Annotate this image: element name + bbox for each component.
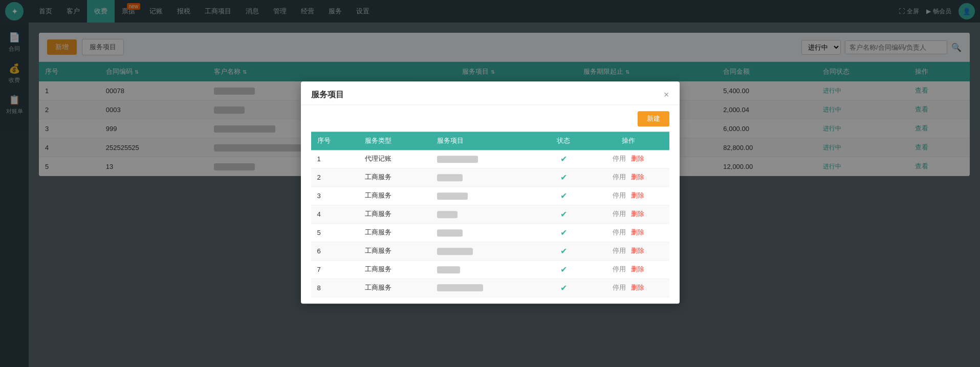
service-item-modal: 服务项目 × 新建 序号 服务类型 服务项目 状态 操作 1 代理记账 (301, 81, 680, 304)
modal-title: 服务项目 (311, 90, 344, 100)
modal-cell-type: 工商服务 (359, 168, 431, 186)
modal-col-status: 状态 (540, 132, 587, 150)
modal-body: 新建 序号 服务类型 服务项目 状态 操作 1 代理记账 ████████1 ✔ (301, 105, 680, 304)
modal-table: 序号 服务类型 服务项目 状态 操作 1 代理记账 ████████1 ✔ 停用… (311, 132, 669, 297)
stop-button[interactable]: 停用 (613, 191, 626, 199)
status-check-icon: ✔ (560, 191, 567, 200)
status-check-icon: ✔ (560, 210, 567, 219)
modal-cell-status: ✔ (540, 260, 587, 278)
modal-cell-type: 代理记账 (359, 150, 431, 168)
modal-cell-action: 停用 删除 (587, 205, 669, 223)
modal-cell-type: 工商服务 (359, 242, 431, 260)
modal-col-seq: 序号 (311, 132, 359, 150)
modal-cell-status: ✔ (540, 223, 587, 242)
delete-button[interactable]: 删除 (631, 247, 644, 254)
modal-table-wrap[interactable]: 序号 服务类型 服务项目 状态 操作 1 代理记账 ████████1 ✔ 停用… (311, 132, 669, 297)
delete-button[interactable]: 删除 (631, 210, 644, 218)
modal-cell-action: 停用 删除 (587, 168, 669, 186)
delete-button[interactable]: 删除 (631, 228, 644, 236)
modal-cell-status: ✔ (540, 242, 587, 260)
modal-cell-seq: 7 (311, 260, 359, 278)
list-item: 5 工商服务 ██ ✔ 停用 删除 (311, 223, 669, 242)
stop-button[interactable]: 停用 (613, 210, 626, 218)
modal-cell-seq: 1 (311, 150, 359, 168)
modal-cell-status: ✔ (540, 150, 587, 168)
modal-cell-status: ✔ (540, 186, 587, 205)
modal-cell-item: ██ (431, 223, 539, 242)
modal-col-item: 服务项目 (431, 132, 539, 150)
stop-button[interactable]: 停用 (613, 284, 626, 291)
modal-cell-seq: 2 (311, 168, 359, 186)
modal-cell-status: ✔ (540, 205, 587, 223)
modal-cell-item: ████ (431, 242, 539, 260)
delete-button[interactable]: 删除 (631, 155, 644, 162)
modal-cell-seq: 8 (311, 278, 359, 297)
modal-cell-item: ███ (431, 186, 539, 205)
modal-cell-type: 工商服务 (359, 205, 431, 223)
modal-cell-item: ████注册 (431, 278, 539, 297)
modal-cell-action: 停用 删除 (587, 223, 669, 242)
modal-header: 服务项目 × (301, 81, 680, 105)
modal-cell-item: ██ (431, 205, 539, 223)
modal-cell-action: 停用 删除 (587, 260, 669, 278)
stop-button[interactable]: 停用 (613, 173, 626, 181)
status-check-icon: ✔ (560, 265, 567, 274)
delete-button[interactable]: 删除 (631, 191, 644, 199)
stop-button[interactable]: 停用 (613, 265, 626, 273)
status-check-icon: ✔ (560, 247, 567, 255)
modal-toolbar: 新建 (311, 111, 669, 126)
modal-cell-status: ✔ (540, 168, 587, 186)
modal-cell-seq: 6 (311, 242, 359, 260)
delete-button[interactable]: 删除 (631, 173, 644, 181)
modal-cell-type: 工商服务 (359, 223, 431, 242)
modal-cell-action: 停用 删除 (587, 186, 669, 205)
modal-new-button[interactable]: 新建 (638, 111, 669, 126)
delete-button[interactable]: 删除 (631, 284, 644, 291)
list-item: 7 工商服务 ██ ✔ 停用 删除 (311, 260, 669, 278)
status-check-icon: ✔ (560, 155, 567, 163)
modal-cell-seq: 5 (311, 223, 359, 242)
modal-cell-action: 停用 删除 (587, 242, 669, 260)
stop-button[interactable]: 停用 (613, 155, 626, 162)
status-check-icon: ✔ (560, 173, 567, 182)
status-check-icon: ✔ (560, 284, 567, 292)
modal-cell-action: 停用 删除 (587, 278, 669, 297)
list-item: 2 工商服务 ███ ✔ 停用 删除 (311, 168, 669, 186)
list-item: 3 工商服务 ███ ✔ 停用 删除 (311, 186, 669, 205)
list-item: 1 代理记账 ████████1 ✔ 停用 删除 (311, 150, 669, 168)
list-item: 6 工商服务 ████ ✔ 停用 删除 (311, 242, 669, 260)
modal-close-button[interactable]: × (664, 90, 669, 99)
status-check-icon: ✔ (560, 228, 567, 237)
modal-cell-type: 工商服务 (359, 278, 431, 297)
modal-cell-item: ██ (431, 260, 539, 278)
modal-cell-status: ✔ (540, 278, 587, 297)
modal-col-type: 服务类型 (359, 132, 431, 150)
stop-button[interactable]: 停用 (613, 228, 626, 236)
modal-cell-seq: 4 (311, 205, 359, 223)
delete-button[interactable]: 删除 (631, 265, 644, 273)
modal-cell-type: 工商服务 (359, 186, 431, 205)
modal-cell-type: 工商服务 (359, 260, 431, 278)
list-item: 8 工商服务 ████注册 ✔ 停用 删除 (311, 278, 669, 297)
modal-col-action: 操作 (587, 132, 669, 150)
modal-cell-seq: 3 (311, 186, 359, 205)
modal-cell-action: 停用 删除 (587, 150, 669, 168)
modal-cell-item: ████████1 (431, 150, 539, 168)
list-item: 4 工商服务 ██ ✔ 停用 删除 (311, 205, 669, 223)
modal-cell-item: ███ (431, 168, 539, 186)
stop-button[interactable]: 停用 (613, 247, 626, 254)
